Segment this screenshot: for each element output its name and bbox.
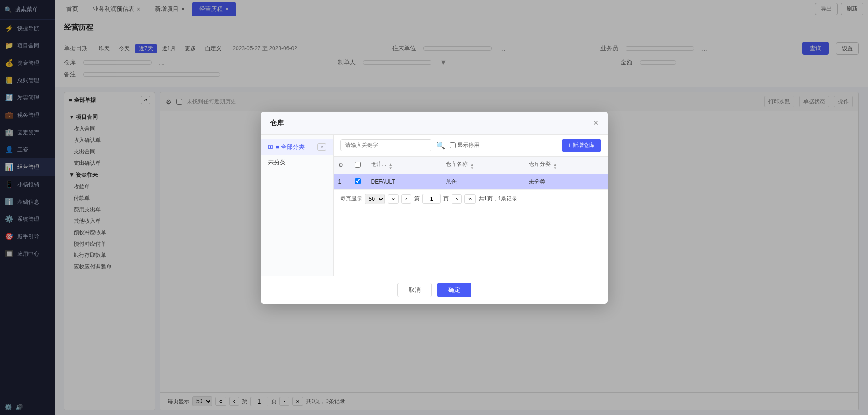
modal-prev-page[interactable]: ‹ <box>401 194 411 204</box>
modal-sidebar-all-label: ■ 全部分类 <box>276 143 305 151</box>
sort-icon[interactable]: ▲▼ <box>389 163 393 170</box>
th-code: 仓库... ▲▼ <box>367 157 442 174</box>
modal-table-wrapper: ⚙ 仓库... ▲▼ 仓库名称 ▲▼ <box>334 157 608 190</box>
table-body: 1 DEFAULT 总仓 未分类 <box>334 174 608 189</box>
modal-sidebar-uncategorized[interactable]: 未分类 <box>261 155 333 170</box>
table-head: ⚙ 仓库... ▲▼ 仓库名称 ▲▼ <box>334 157 608 174</box>
modal-page-suffix: 页 <box>443 195 449 203</box>
td-name: 总仓 <box>441 174 524 189</box>
th-name-label: 仓库名称 <box>446 161 468 167</box>
td-code: DEFAULT <box>367 174 442 189</box>
row-checkbox[interactable] <box>355 178 361 184</box>
settings-col-icon[interactable]: ⚙ <box>338 162 343 168</box>
modal-body: ⊞ ■ 全部分类 « 未分类 🔍 显示停用 + 新增仓库 <box>261 135 608 276</box>
sort-icon-name[interactable]: ▲▼ <box>470 163 474 170</box>
grid-icon: ⊞ <box>268 143 273 150</box>
modal-per-page-label: 每页显示 <box>340 195 362 203</box>
add-warehouse-button[interactable]: + 新增仓库 <box>562 139 601 152</box>
sort-icon-category[interactable]: ▲▼ <box>553 163 557 170</box>
modal-last-page[interactable]: » <box>464 194 476 204</box>
modal-cancel-button[interactable]: 取消 <box>397 283 432 297</box>
modal-footer: 取消 确定 <box>261 276 608 304</box>
modal-pagination: 每页显示 50 « ‹ 第 页 › » 共1页，1条记录 <box>334 190 608 208</box>
modal-search-input[interactable] <box>340 139 431 151</box>
th-category: 仓库分类 ▲▼ <box>524 157 607 174</box>
modal-title: 仓库 <box>270 119 284 127</box>
show-disabled-checkbox[interactable] <box>450 142 456 148</box>
search-icon[interactable]: 🔍 <box>436 141 445 150</box>
modal-per-page-select[interactable]: 50 <box>365 194 385 204</box>
td-category: 未分类 <box>524 174 607 189</box>
th-category-label: 仓库分类 <box>529 161 551 167</box>
modal-first-page[interactable]: « <box>388 194 399 204</box>
show-disabled-text: 显示停用 <box>458 142 479 149</box>
td-checkbox[interactable] <box>350 174 367 189</box>
warehouse-modal: 仓库 × ⊞ ■ 全部分类 « 未分类 🔍 显示停用 + 新增仓库 <box>261 112 608 304</box>
th-checkbox <box>350 157 367 174</box>
modal-total: 共1页，1条记录 <box>479 195 517 203</box>
td-index: 1 <box>334 174 350 189</box>
modal-main: 🔍 显示停用 + 新增仓库 ⚙ <box>334 135 608 276</box>
warehouse-table: ⚙ 仓库... ▲▼ 仓库名称 ▲▼ <box>334 157 608 190</box>
th-name: 仓库名称 ▲▼ <box>441 157 524 174</box>
modal-sidebar-collapse[interactable]: « <box>317 143 326 151</box>
modal-sidebar-all[interactable]: ⊞ ■ 全部分类 « <box>261 139 333 155</box>
table-header-row: ⚙ 仓库... ▲▼ 仓库名称 ▲▼ <box>334 157 608 174</box>
modal-select-all[interactable] <box>355 162 361 168</box>
modal-confirm-button[interactable]: 确定 <box>437 283 471 297</box>
show-disabled-label[interactable]: 显示停用 <box>450 142 479 149</box>
modal-sidebar: ⊞ ■ 全部分类 « 未分类 <box>261 135 334 276</box>
th-settings: ⚙ <box>334 157 350 174</box>
modal-header: 仓库 × <box>261 112 608 135</box>
modal-next-page[interactable]: › <box>452 194 462 204</box>
modal-page-input[interactable] <box>422 194 441 204</box>
table-row[interactable]: 1 DEFAULT 总仓 未分类 <box>334 174 608 189</box>
modal-close-button[interactable]: × <box>594 118 599 128</box>
modal-sidebar-uncat-label: 未分类 <box>268 158 286 167</box>
modal-page-label: 第 <box>414 195 420 203</box>
modal-toolbar: 🔍 显示停用 + 新增仓库 <box>334 135 608 157</box>
th-code-label: 仓库... <box>371 161 387 167</box>
